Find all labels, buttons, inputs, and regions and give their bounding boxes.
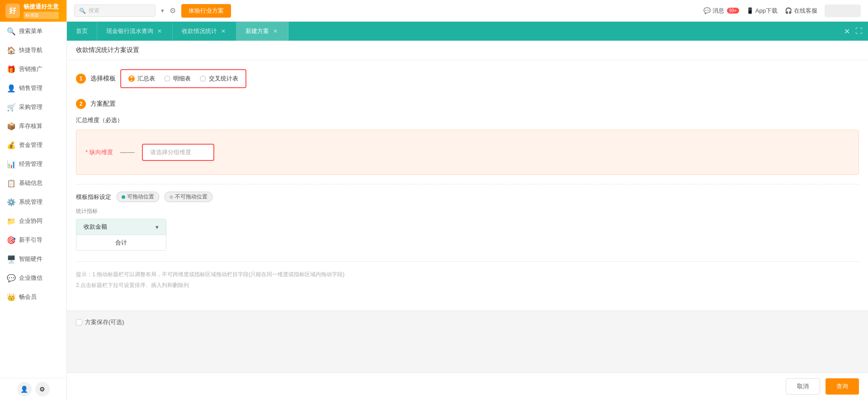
tab-payment-stats-close[interactable]: ✕ (220, 28, 227, 35)
search-icon-small: 🔍 (79, 8, 86, 14)
logo-badge: 标准版 (24, 12, 59, 19)
non-draggable-label: 不可拖动位置 (175, 193, 208, 201)
tab-home[interactable]: 首页 (67, 22, 97, 41)
tab-new-plan[interactable]: 新建方案 ✕ (236, 22, 288, 41)
search-box[interactable]: 🔍 搜索 (74, 5, 156, 17)
sidebar-item-hardware[interactable]: 🖥️ 智能硬件 (0, 249, 66, 268)
page-header: 收款情况统计方案设置 (67, 41, 868, 60)
monitor-icon: 🖥️ (7, 255, 15, 263)
download-label: App下载 (755, 7, 778, 15)
tab-new-plan-close[interactable]: ✕ (272, 28, 279, 35)
step2-section: 2 方案配置 汇总维度（必选） * 纵向维度 —— 请选择分组维度 (76, 99, 859, 291)
radio-detail-btn[interactable] (164, 75, 170, 82)
maximize-icon[interactable]: ⛶ (855, 27, 863, 35)
save-checkbox[interactable] (76, 319, 82, 325)
logo-name: 畅捷通好生意 (24, 3, 59, 11)
tabs-bar: 首页 现金银行流水查询 ✕ 收款情况统计 ✕ 新建方案 ✕ ✕ ⛶ (67, 22, 868, 41)
stats-label: 统计指标 (76, 207, 859, 215)
top-bar-actions: 💬 消息 99+ 📱 App下载 🎧 在线客服 (703, 5, 861, 17)
sidebar-label-search: 搜索菜单 (19, 27, 42, 35)
logo-text-block: 畅捷通好生意 标准版 (24, 3, 59, 19)
sidebar-item-marketing[interactable]: 🎁 营销推广 (0, 60, 66, 79)
sidebar-item-enterprise[interactable]: 📁 企业协同 (0, 212, 66, 231)
topbar-settings-icon[interactable]: ⚙ (170, 6, 176, 15)
sidebar-item-search[interactable]: 🔍 搜索菜单 (0, 22, 66, 41)
radio-summary[interactable]: 汇总表 (128, 75, 155, 83)
crown-icon: 👑 (7, 293, 15, 301)
page-title: 收款情况统计方案设置 (76, 46, 139, 53)
support-icon: 🎧 (785, 7, 792, 14)
sidebar-item-guide[interactable]: 🎯 新手引导 (0, 231, 66, 249)
sidebar-item-purchase[interactable]: 🛒 采购管理 (0, 98, 66, 117)
tab-cash-flow-close[interactable]: ✕ (156, 28, 163, 35)
non-draggable-badge: 不可拖动位置 (165, 192, 212, 202)
sidebar-bottom: 👤 ⚙ (0, 378, 66, 400)
hint-2: 2.点击标题栏下拉可设置排序、插入列和删除列 (76, 280, 859, 291)
radio-cross-btn[interactable] (200, 75, 206, 82)
sidebar-label-guide: 新手引导 (19, 236, 42, 244)
sidebar-item-member[interactable]: 👑 畅会员 (0, 287, 66, 306)
hint-1: 提示：1.拖动标题栏可以调整布局，不可跨维度或指标区域拖动栏目字段(只能在同一维… (76, 269, 859, 280)
stats-table-header[interactable]: 收款金额 ▾ (76, 219, 166, 235)
arrow-right: —— (120, 148, 135, 156)
sidebar-item-business[interactable]: 📊 经营管理 (0, 155, 66, 174)
support-label: 在线客服 (794, 7, 817, 15)
dimension-row: * 纵向维度 —— 请选择分组维度 (85, 144, 849, 161)
search-icon: 🔍 (7, 27, 15, 35)
sidebar: 好 畅捷通好生意 标准版 🔍 搜索菜单 🏠 快捷导航 🎁 营销推广 👤 销售管理… (0, 0, 67, 400)
sidebar-item-finance[interactable]: 💰 资金管理 (0, 136, 66, 155)
tab-cash-flow[interactable]: 现金银行流水查询 ✕ (97, 22, 173, 41)
sidebar-label-inventory: 库存核算 (19, 122, 42, 130)
dimension-area: * 纵向维度 —— 请选择分组维度 (76, 130, 859, 175)
notification-badge: 99+ (727, 8, 739, 14)
top-bar: 🔍 搜索 ▾ ⚙ 体验行业方案 💬 消息 99+ 📱 App下载 🎧 在线客服 (67, 0, 868, 22)
user-info (825, 5, 861, 17)
radio-summary-btn[interactable] (128, 75, 135, 82)
sidebar-label-enterprise: 企业协同 (19, 217, 42, 225)
industry-button[interactable]: 体验行业方案 (181, 4, 231, 18)
vertical-dimension-label: * 纵向维度 (85, 148, 113, 156)
stats-total-row: 合计 (76, 235, 166, 250)
clipboard-icon: 📋 (7, 179, 15, 187)
query-button[interactable]: 查询 (826, 378, 859, 395)
sidebar-logo: 好 畅捷通好生意 标准版 (0, 0, 66, 22)
template-options: 汇总表 明细表 交叉统计表 (120, 69, 246, 88)
radio-detail[interactable]: 明细表 (164, 75, 191, 83)
draggable-label: 可拖动位置 (127, 193, 154, 201)
draggable-badge: 可拖动位置 (117, 192, 159, 202)
sidebar-item-sales[interactable]: 👤 销售管理 (0, 79, 66, 98)
sidebar-item-wechat[interactable]: 💬 企业微信 (0, 268, 66, 287)
gift-icon: 🎁 (7, 65, 15, 73)
sidebar-item-quick-nav[interactable]: 🏠 快捷导航 (0, 41, 66, 60)
form-card: 1 选择模板 汇总表 明细表 (67, 60, 868, 311)
sidebar-label-basic: 基础信息 (19, 179, 42, 187)
notification-item[interactable]: 💬 消息 99+ (703, 7, 739, 15)
sidebar-item-basic[interactable]: 📋 基础信息 (0, 174, 66, 193)
tab-new-plan-label: 新建方案 (245, 27, 269, 35)
save-checkbox-label[interactable]: 方案保存(可选) (76, 318, 124, 326)
logo-icon: 好 (5, 4, 20, 18)
sidebar-avatar[interactable]: 👤 (17, 382, 32, 396)
dimension-select[interactable]: 请选择分组维度 (142, 144, 214, 161)
cancel-button[interactable]: 取消 (786, 378, 820, 395)
chart-icon: 📊 (7, 160, 15, 168)
radio-cross-label: 交叉统计表 (209, 75, 238, 83)
dimension-config: 汇总维度（必选） * 纵向维度 —— 请选择分组维度 (76, 116, 859, 175)
stats-dropdown-icon[interactable]: ▾ (156, 224, 159, 231)
sidebar-item-inventory[interactable]: 📦 库存核算 (0, 117, 66, 136)
topbar-dropdown-icon[interactable]: ▾ (161, 7, 164, 14)
tab-payment-stats[interactable]: 收款情况统计 ✕ (173, 22, 236, 41)
radio-cross[interactable]: 交叉统计表 (200, 75, 238, 83)
sidebar-label-hardware: 智能硬件 (19, 255, 42, 263)
sidebar-settings[interactable]: ⚙ (35, 382, 50, 396)
download-item[interactable]: 📱 App下载 (746, 7, 778, 15)
stats-table: 收款金额 ▾ 合计 (76, 219, 166, 251)
user-icon: 👤 (7, 84, 15, 92)
sidebar-item-system[interactable]: ⚙️ 系统管理 (0, 193, 66, 212)
tab-home-label: 首页 (76, 27, 88, 35)
step1-title: 选择模板 (90, 75, 116, 83)
dimension-label-text: 汇总维度（必选） (76, 117, 123, 123)
close-window-icon[interactable]: ✕ (844, 27, 850, 36)
save-option-bar: 方案保存(可选) (67, 311, 868, 334)
support-item[interactable]: 🎧 在线客服 (785, 7, 817, 15)
